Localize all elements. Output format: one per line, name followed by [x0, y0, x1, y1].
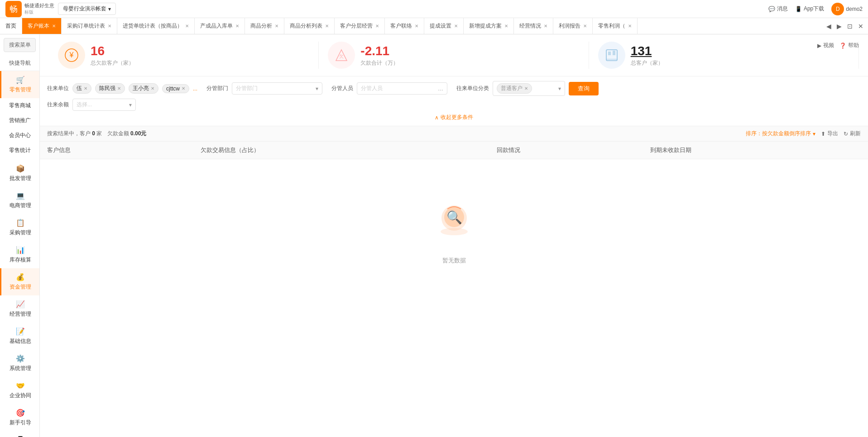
sidebar-item-member[interactable]: 会员中心: [0, 128, 39, 143]
export-button[interactable]: ⬆ 导出: [821, 130, 838, 138]
sidebar-item-basic-info[interactable]: 📝 基础信息: [0, 323, 39, 350]
sidebar-item-system[interactable]: ⚙️ 系统管理: [0, 350, 39, 377]
tab-retail-profit-close[interactable]: ✕: [628, 24, 632, 28]
person-selector[interactable]: 分管人员 …: [357, 82, 447, 95]
remove-tag-wu[interactable]: ✕: [84, 86, 87, 91]
tab-inbound-stats[interactable]: 进货单统计表（按商品） ✕: [117, 18, 195, 34]
stat-info-credit-customers: 16 总欠款客户（家）: [91, 43, 134, 67]
tab-scroll-right-button[interactable]: ▶: [835, 22, 844, 31]
tab-operation-status-close[interactable]: ✕: [544, 24, 547, 28]
tab-retail-profit[interactable]: 零售利润（ ✕: [593, 18, 638, 34]
tab-home[interactable]: 首页: [0, 18, 22, 34]
sidebar-item-finance-label: 资金管理: [10, 283, 31, 291]
tab-production-inbound-close[interactable]: ✕: [235, 24, 239, 28]
category-selector[interactable]: 普通客户 ✕ ▾: [493, 81, 565, 96]
sidebar-item-operations[interactable]: 📈 经营管理: [0, 295, 39, 323]
remove-tag-cjttcw[interactable]: ✕: [182, 86, 185, 91]
sidebar-item-retail-mall[interactable]: 零售商城: [0, 98, 39, 113]
messages-label: 消息: [777, 5, 788, 13]
col-payment-status: 回款情况: [489, 142, 643, 159]
table-container: 客户信息 欠款交易信息（占比） 回款情况 到期未收款日期: [40, 142, 868, 437]
tab-customer-account[interactable]: 客户账本 ✕: [22, 18, 62, 34]
remove-tag-wang[interactable]: ✕: [151, 86, 154, 91]
tab-purchase-order-close[interactable]: ✕: [108, 24, 111, 28]
remove-tag-chen[interactable]: ✕: [117, 86, 121, 91]
sort-selector[interactable]: 排序：按欠款金额倒序排序 ▾: [746, 130, 815, 138]
sidebar-item-new-guide[interactable]: 🎯 新手引导: [0, 404, 39, 431]
sidebar-item-ecommerce[interactable]: 💻 电商管理: [0, 187, 39, 214]
tab-customer-tier[interactable]: 客户分层经营 ✕: [335, 18, 385, 34]
sidebar-item-retail[interactable]: 🛒 零售管理: [0, 71, 39, 98]
sidebar-item-app-center[interactable]: 📱 应用中心: [0, 431, 39, 437]
filter-tag-wang[interactable]: 王小亮 ✕: [129, 83, 158, 94]
tab-customer-contact[interactable]: 客户联络 ✕: [385, 18, 424, 34]
store-name: 母婴行业演示帐套: [63, 5, 106, 13]
top-bar-right: 💬 消息 📱 App下载 D demo2: [768, 3, 863, 15]
tab-goods-analysis-close[interactable]: ✕: [275, 24, 278, 28]
tab-operation-status[interactable]: 经营情况 ✕: [514, 18, 553, 34]
results-search-label: 搜索结果中，客户: [47, 130, 91, 137]
download-icon: 📱: [795, 6, 802, 12]
stat-card-credit-amount: 欠 -2.11 欠款合计（万）: [319, 42, 589, 69]
tab-new-promotion-plan-label: 新增提成方案: [469, 22, 502, 30]
sidebar-item-purchase[interactable]: 📋 采购管理: [0, 214, 39, 241]
tab-goods-analysis[interactable]: 商品分析 ✕: [245, 18, 284, 34]
tab-profit-report[interactable]: 利润报告 ✕: [553, 18, 593, 34]
sidebar-item-retail-stats[interactable]: 零售统计: [0, 143, 39, 158]
app-download-button[interactable]: 📱 App下载: [795, 5, 824, 13]
tab-new-promotion-plan-close[interactable]: ✕: [504, 24, 508, 28]
user-menu[interactable]: D demo2: [831, 3, 863, 15]
col-overdue-date: 到期未收款日期: [643, 142, 868, 159]
search-menu-button[interactable]: 搜索菜单: [4, 38, 36, 52]
sidebar-quick-nav[interactable]: 快捷导航: [0, 56, 39, 71]
refresh-button[interactable]: ↻ 刷新: [844, 130, 861, 138]
filter-row-2: 往来余额 选择... ▾: [47, 99, 861, 111]
tab-expand-button[interactable]: ⊡: [845, 22, 854, 31]
collapse-button[interactable]: ∧ 收起更多条件: [47, 114, 861, 121]
tab-customer-account-close[interactable]: ✕: [52, 24, 56, 28]
tab-scroll-left-button[interactable]: ◀: [825, 22, 833, 31]
sidebar-item-new-guide-label: 新手引导: [10, 419, 31, 427]
dept-selector[interactable]: 分管部门 ▾: [232, 82, 322, 95]
store-selector[interactable]: 母婴行业演示帐套 ▾: [58, 3, 116, 15]
filter-tag-wu[interactable]: 伍 ✕: [72, 83, 91, 94]
filter-unit-more-button[interactable]: ...: [193, 86, 197, 92]
results-actions: 排序：按欠款金额倒序排序 ▾ ⬆ 导出 ↻ 刷新: [746, 130, 861, 138]
balance-label: 往来余额: [47, 101, 69, 109]
sidebar-item-wholesale[interactable]: 📦 批发管理: [0, 160, 39, 187]
query-button[interactable]: 查询: [569, 82, 599, 95]
tab-new-promotion-plan[interactable]: 新增提成方案 ✕: [464, 18, 514, 34]
enterprise-icon: 🤝: [16, 381, 25, 390]
filter-tag-chen[interactable]: 陈民强 ✕: [95, 83, 125, 94]
tab-close-all-button[interactable]: ✕: [856, 22, 865, 31]
tab-goods-analysis-list-close[interactable]: ✕: [325, 24, 329, 28]
chevron-up-icon: ∧: [435, 114, 439, 121]
sidebar-item-basic-info-label: 基础信息: [10, 337, 31, 345]
sidebar-item-wholesale-label: 批发管理: [10, 175, 31, 182]
sidebar-item-enterprise[interactable]: 🤝 企业协同: [0, 377, 39, 404]
remove-tag-category[interactable]: ✕: [524, 86, 528, 91]
messages-button[interactable]: 💬 消息: [768, 5, 788, 13]
sidebar-item-inventory[interactable]: 📊 库存核算: [0, 241, 39, 268]
video-button[interactable]: ▶ 视频: [817, 42, 834, 49]
tab-customer-contact-close[interactable]: ✕: [415, 24, 418, 28]
tab-customer-tier-close[interactable]: ✕: [375, 24, 379, 28]
balance-selector[interactable]: 选择... ▾: [72, 99, 136, 111]
tab-goods-analysis-list[interactable]: 商品分析列表 ✕: [284, 18, 335, 34]
sidebar-item-marketing[interactable]: 营销推广: [0, 113, 39, 128]
tab-profit-report-close[interactable]: ✕: [583, 24, 587, 28]
tab-promotion-settings-close[interactable]: ✕: [454, 24, 458, 28]
stat-label-credit-customers: 总欠款客户（家）: [91, 59, 134, 67]
sidebar-item-finance[interactable]: 💰 资金管理: [0, 268, 39, 295]
filter-tag-cjttcw[interactable]: cjttcw ✕: [162, 84, 189, 93]
help-button[interactable]: ❓ 帮助: [839, 42, 859, 49]
stat-label-credit-amount: 欠款合计（万）: [360, 59, 398, 67]
app-download-label: App下载: [804, 5, 824, 13]
inventory-icon: 📊: [16, 246, 25, 254]
tab-inbound-stats-close[interactable]: ✕: [185, 24, 189, 28]
filter-tag-category[interactable]: 普通客户 ✕: [497, 83, 532, 94]
tab-purchase-order[interactable]: 采购订单统计表 ✕: [62, 18, 117, 34]
tab-production-inbound[interactable]: 产成品入库单 ✕: [195, 18, 245, 34]
stat-value-total-customers: 131: [631, 43, 663, 59]
tab-promotion-settings[interactable]: 提成设置 ✕: [424, 18, 464, 34]
